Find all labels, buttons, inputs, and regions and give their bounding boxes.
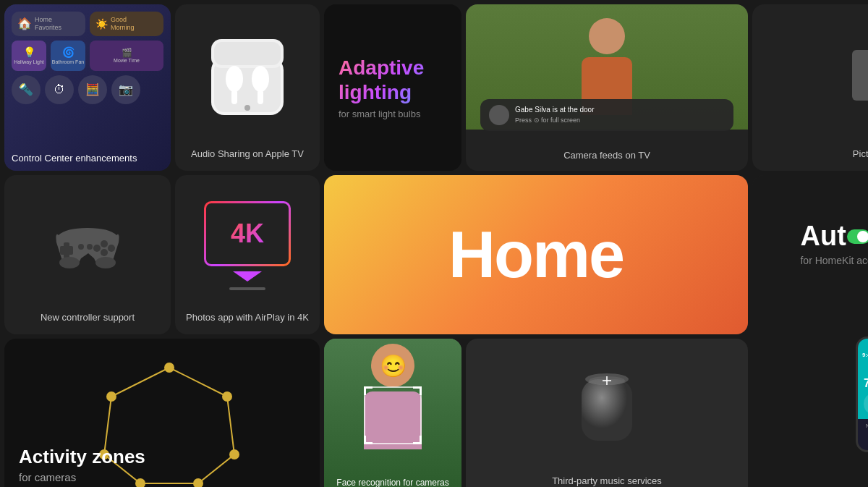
svg-point-15 xyxy=(101,249,108,256)
tile-home: Home xyxy=(324,175,748,334)
face-recognition-label: Face recognition for cameras xyxy=(324,478,461,487)
airpods-image xyxy=(185,14,310,143)
photos-4k-label: Photos app with AirPlay in 4K xyxy=(186,312,309,324)
svg-point-17 xyxy=(78,244,84,250)
svg-rect-12 xyxy=(60,246,73,255)
tile-activity-zones: Activity zones for cameras xyxy=(4,339,320,487)
control-center-label: Control Center enhancements xyxy=(12,153,137,164)
svg-point-20 xyxy=(95,257,116,268)
svg-rect-5 xyxy=(231,90,237,104)
svg-point-19 xyxy=(59,257,80,268)
svg-rect-7 xyxy=(258,90,263,104)
svg-point-16 xyxy=(93,245,101,252)
automations-subtitle: for HomeKit accessories xyxy=(800,255,868,266)
svg-point-23 xyxy=(222,391,232,402)
svg-point-24 xyxy=(229,449,239,460)
svg-rect-29 xyxy=(582,379,632,441)
cc-hallway-label: Hallway Light xyxy=(14,59,44,64)
controller-label: New controller support xyxy=(41,312,135,324)
tile-music-services: Third-party music services xyxy=(466,339,748,487)
svg-point-6 xyxy=(252,66,269,92)
svg-point-13 xyxy=(101,240,108,247)
activity-zones-title: Activity zones xyxy=(19,446,145,468)
camera-notification-text: Gabe Silva is at the door xyxy=(515,106,595,114)
camera-notification-sub: Press ⊙ for full screen xyxy=(515,117,580,124)
cc-bathroom-label: Bathroom Fan xyxy=(52,59,84,64)
music-services-label: Third-party music services xyxy=(552,475,662,487)
camera-feeds-label: Camera feeds on TV xyxy=(466,150,748,161)
svg-point-22 xyxy=(164,363,174,373)
svg-rect-3 xyxy=(214,42,281,65)
adaptive-lighting-title: Adaptive lighting xyxy=(339,56,447,104)
tile-audio-sharing: Audio Sharing on Apple TV xyxy=(175,4,320,171)
tile-adaptive-lighting: Adaptive lighting for smart light bulbs xyxy=(324,4,461,171)
tile-automations: Aut mations for HomeKit accessories 9:41… xyxy=(752,175,868,487)
tile-camera-feeds: Gabe Silva is at the door Press ⊙ for fu… xyxy=(466,4,748,171)
svg-point-28 xyxy=(106,391,116,402)
tile-photos-4k: 4K Photos app with AirPlay in 4K xyxy=(175,175,320,334)
tile-control-center: 🏠 HomeFavorites ☀️ GoodMorning 💡 Hallway… xyxy=(4,4,171,171)
activity-zones-sub: for cameras xyxy=(19,471,145,483)
cc-movie-label: Movie Time xyxy=(114,58,140,63)
tile-controller-support: New controller support xyxy=(4,175,171,334)
svg-point-14 xyxy=(108,245,115,252)
tile-pip: Picture in Picture xyxy=(752,4,868,171)
svg-point-4 xyxy=(226,66,243,92)
feature-grid: 🏠 HomeFavorites ☀️ GoodMorning 💡 Hallway… xyxy=(0,0,868,487)
pip-label: Picture in Picture xyxy=(853,148,868,161)
svg-point-8 xyxy=(244,105,250,111)
adaptive-lighting-sub: for smart light bulbs xyxy=(339,109,420,119)
automations-title-pre: Aut xyxy=(800,221,846,252)
home-title: Home xyxy=(448,218,624,292)
tile-face-recognition: Face recognition for cameras xyxy=(324,339,461,487)
svg-rect-9 xyxy=(852,50,868,101)
audio-sharing-label: Audio Sharing on Apple TV xyxy=(191,148,304,161)
visual-status-label: New visual status in Home app xyxy=(862,423,868,433)
svg-point-18 xyxy=(87,244,93,250)
